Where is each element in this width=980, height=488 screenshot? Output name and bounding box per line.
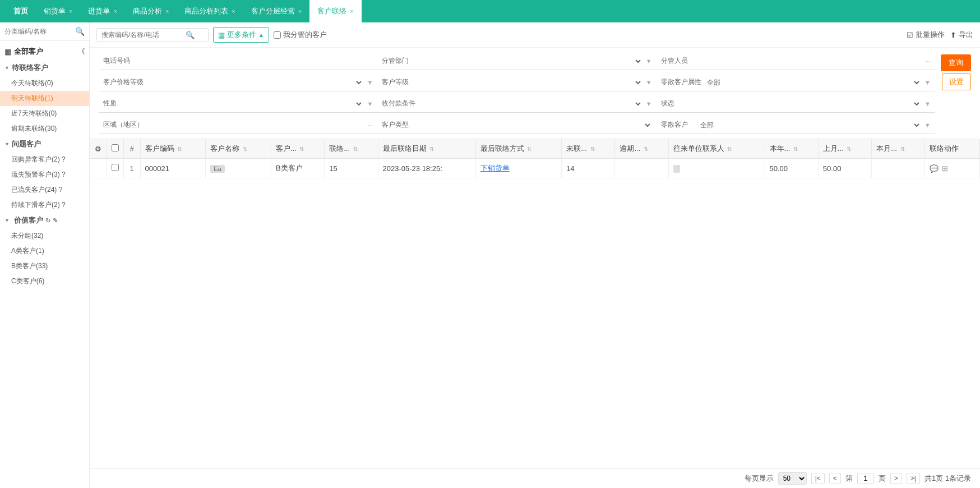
batch-op-button[interactable]: ☑ 批量操作 — [907, 30, 945, 40]
nav-tab-1[interactable]: 进货单 × — [80, 0, 124, 22]
filter-cust-type-select[interactable] — [419, 121, 651, 130]
sidebar-search-input[interactable] — [4, 27, 73, 35]
filter-retail-attr-select[interactable]: 全部 — [705, 78, 921, 87]
th-settings[interactable]: ⚙ — [90, 139, 107, 159]
filter-status-select[interactable] — [698, 99, 921, 108]
th-name[interactable]: 客户名称 ⇅ — [206, 139, 271, 159]
select-all-checkbox[interactable] — [112, 144, 119, 151]
sidebar-item-tomorrow[interactable]: 明天待联络(1) — [0, 91, 89, 106]
close-icon-4[interactable]: × — [298, 8, 302, 15]
close-icon-3[interactable]: × — [232, 8, 235, 15]
export-button[interactable]: ⬆ 导出 — [950, 30, 973, 40]
filter-row-2: 客户价格等级 ▼ 客户等级 ▼ — [99, 73, 935, 91]
td-action: 💬 ⊞ — [925, 159, 980, 178]
sidebar-all-customers[interactable]: ▦ 全部客户 《 — [0, 43, 89, 60]
th-last-month[interactable]: 上月... ⇅ — [818, 139, 871, 159]
th-this-month[interactable]: 本月... ⇅ — [872, 139, 925, 159]
sidebar-section-value[interactable]: 价值客户 ↻ ✎ — [0, 213, 89, 228]
filter-price-level-select[interactable] — [147, 78, 363, 87]
sidebar-item-repurchase[interactable]: 回购异常客户(2) ? — [0, 152, 89, 167]
nav-tab-2[interactable]: 商品分析 × — [125, 0, 177, 22]
dots-icon[interactable]: ··· — [925, 57, 931, 65]
filter-nature-select[interactable] — [140, 99, 363, 108]
sort-icon-overdue: ⇅ — [644, 146, 648, 152]
th-not-contacted[interactable]: 未联... ⇅ — [562, 139, 615, 159]
chevron-down-icon-7: ▼ — [924, 100, 931, 107]
th-last-method[interactable]: 最后联络方式 ⇅ — [475, 139, 561, 159]
dots-icon-2[interactable]: ··· — [367, 121, 373, 129]
filter-dept-select[interactable] — [419, 57, 642, 66]
sidebar-item-today[interactable]: 今天待联络(0) — [0, 76, 89, 91]
nav-tab-3[interactable]: 商品分析列表 × — [177, 0, 243, 22]
th-type[interactable]: 客户... ⇅ — [271, 139, 324, 159]
th-unit-contacts[interactable]: 往来单位联系人 ⇅ — [668, 139, 765, 159]
sidebar-item-class-c[interactable]: C类客户(6) — [0, 274, 89, 289]
search-box: 🔍 — [96, 28, 209, 42]
sidebar-item-churn-warning[interactable]: 流失预警客户(3) ? — [0, 167, 89, 182]
sidebar-section-waiting[interactable]: 待联络客户 — [0, 60, 89, 76]
row-checkbox[interactable] — [112, 164, 119, 171]
close-icon-2[interactable]: × — [165, 8, 169, 15]
nav-tab-4[interactable]: 客户分层经营 × — [243, 0, 309, 22]
filter-nature: 性质 ▼ — [99, 95, 377, 113]
nav-tab-0[interactable]: 销货单 × — [36, 0, 80, 22]
comment-action-icon[interactable]: 💬 — [930, 164, 939, 173]
td-name: Ea — [206, 159, 271, 178]
th-overdue[interactable]: 逾期... ⇅ — [615, 139, 668, 159]
filter-region: 区域（地区） ··· — [99, 116, 377, 134]
filter-payment-select[interactable] — [419, 99, 642, 108]
sidebar-section-problem[interactable]: 问题客户 — [0, 136, 89, 152]
my-customers-checkbox[interactable] — [274, 31, 281, 39]
nav-tab-5[interactable]: 客户联络 × — [309, 0, 361, 22]
search-icon[interactable]: 🔍 — [186, 31, 195, 39]
filter-manager-input[interactable] — [698, 57, 922, 65]
chevron-down-icon-4: ▼ — [924, 79, 931, 86]
sidebar-item-declining[interactable]: 持续下滑客户(2) ? — [0, 197, 89, 213]
sidebar-item-ungroup[interactable]: 未分组(32) — [0, 228, 89, 243]
filter-phone-input[interactable] — [140, 57, 373, 65]
filter-cust-level-select[interactable] — [419, 78, 642, 87]
next-page-button[interactable]: > — [890, 473, 902, 484]
th-contacts[interactable]: 联络... ⇅ — [325, 139, 378, 159]
th-code[interactable]: 客户编码 ⇅ — [140, 139, 206, 159]
page-num-input[interactable] — [857, 473, 874, 484]
more-filter-button[interactable]: ▦ 更多条件 ▲ — [213, 27, 269, 43]
filter-retail-cust-select[interactable]: 全部 — [698, 121, 921, 130]
grid-action-icon[interactable]: ⊞ — [942, 164, 948, 173]
close-icon-5[interactable]: × — [350, 8, 353, 15]
filter-retail-cust-label: 零散客户 — [661, 120, 695, 130]
sort-icon-type: ⇅ — [299, 146, 304, 152]
th-last-date[interactable]: 最后联络日期 ⇅ — [378, 139, 475, 159]
sidebar-search-icon[interactable]: 🔍 — [75, 27, 85, 36]
collapse-icon[interactable]: 《 — [78, 47, 85, 57]
th-this-year[interactable]: 本年... ⇅ — [765, 139, 818, 159]
filter-price-level-label: 客户价格等级 — [103, 77, 144, 87]
filter-dept: 分管部门 ▼ — [377, 52, 656, 70]
sidebar-item-overdue[interactable]: 逾期未联络(30) — [0, 121, 89, 136]
page-size-select[interactable]: 50 100 200 — [778, 472, 807, 485]
sidebar-item-class-a[interactable]: A类客户(1) — [0, 243, 89, 259]
search-input[interactable] — [101, 31, 186, 39]
refresh-icon[interactable]: ↻ — [45, 217, 50, 224]
td-last-method[interactable]: 下销货单 — [475, 159, 561, 178]
nav-home[interactable]: 首页 — [6, 0, 36, 22]
last-page-button[interactable]: >| — [907, 473, 920, 484]
filter-region-input[interactable] — [147, 121, 364, 129]
query-button[interactable]: 查询 — [941, 54, 971, 71]
close-icon-1[interactable]: × — [113, 8, 117, 15]
filter-status-label: 状态 — [661, 99, 695, 108]
td-unit-contacts — [668, 159, 765, 178]
edit-icon[interactable]: ✎ — [53, 217, 58, 224]
sidebar-item-7days[interactable]: 近7天待联络(0) — [0, 106, 89, 121]
first-page-button[interactable]: |< — [811, 473, 825, 484]
prev-page-button[interactable]: < — [829, 473, 841, 484]
sort-icon-not-contacted: ⇅ — [590, 146, 595, 152]
filter-manager-label: 分管人员 — [661, 56, 695, 66]
sidebar-item-class-b[interactable]: B类客户(33) — [0, 259, 89, 274]
td-this-year: 50.00 — [765, 159, 818, 178]
table-header-row: ⚙ # 客户编码 ⇅ 客户名称 ⇅ 客户... ⇅ 联络... ⇅ 最后联络日期… — [90, 139, 980, 159]
sidebar-item-churned[interactable]: 已流失客户(24) ? — [0, 182, 89, 197]
my-customers-checkbox-label[interactable]: 我分管的客户 — [274, 30, 327, 40]
close-icon-0[interactable]: × — [69, 8, 72, 15]
settings-button[interactable]: 设置 — [942, 73, 971, 90]
